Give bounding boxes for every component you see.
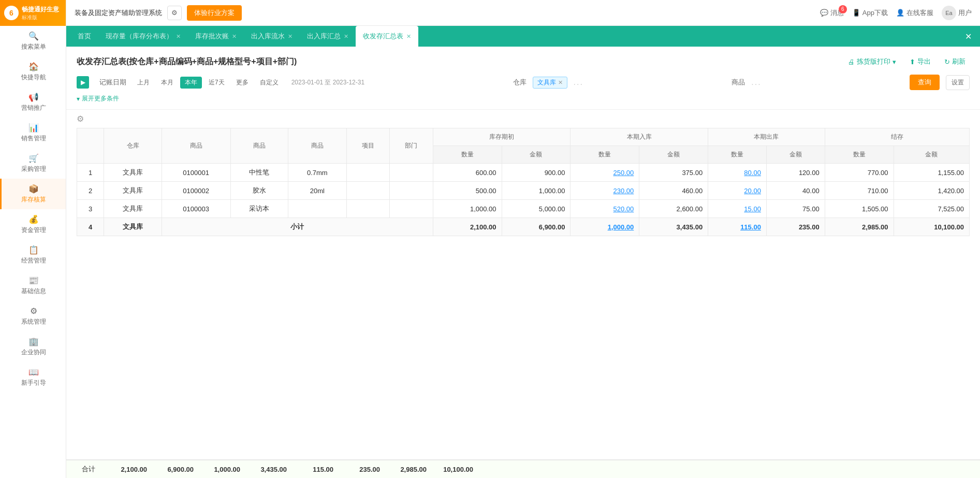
tab-close-icon[interactable]: ✕ <box>344 33 348 40</box>
sales-icon: 📊 <box>28 123 39 133</box>
sidebar-item-quick-nav[interactable]: 🏠 快捷导航 <box>0 56 66 87</box>
goods-more-button[interactable]: ... <box>751 78 761 87</box>
basic-info-icon: 📰 <box>28 276 39 285</box>
system-settings-button[interactable]: ⚙ <box>167 6 182 20</box>
expand-conditions-button[interactable]: ▾ 展开更多条件 <box>77 94 970 103</box>
sidebar-item-sales[interactable]: 📊 销售管理 <box>0 118 66 148</box>
sidebar-item-finance[interactable]: 💰 资金管理 <box>0 209 66 240</box>
enterprise-icon: 🏢 <box>28 337 39 346</box>
cell-open-qty: 1,000.00 <box>433 200 502 218</box>
cell-in-amt: 460.00 <box>639 182 708 200</box>
logo-app-name: 畅捷通好生意 <box>22 5 59 14</box>
tab-close-icon[interactable]: ✕ <box>406 33 411 40</box>
cell-out-qty[interactable]: 15.00 <box>708 200 767 218</box>
message-button[interactable]: 💬 消息 6 <box>820 8 844 18</box>
home-icon: 🏠 <box>28 62 39 71</box>
cell-subtotal-open-amt: 6,900.00 <box>502 218 571 236</box>
date-btn-this-month[interactable]: 本月 <box>156 77 178 89</box>
tab-inventory-dist[interactable]: 现存量（库存分布表） ✕ <box>98 26 188 47</box>
try-solution-button[interactable]: 体验行业方案 <box>187 5 242 21</box>
subtotal-row: 4 文具库 小计 2,100.00 6,900.00 1,000.00 3,43… <box>77 218 970 236</box>
date-btn-more[interactable]: 更多 <box>231 77 253 89</box>
tab-in-out-flow-label: 出入库流水 <box>251 32 285 41</box>
cell-in-qty[interactable]: 230.00 <box>571 182 639 200</box>
sidebar-item-search[interactable]: 🔍 搜索菜单 <box>0 26 66 56</box>
logo-badge: 标准版 <box>22 14 59 21</box>
cell-spec: 0.7mm <box>288 164 346 182</box>
cell-code: 0100003 <box>162 200 230 218</box>
sidebar-item-label: 经营管理 <box>21 256 46 265</box>
logo-area: 6 畅捷通好生意 标准版 <box>0 0 66 26</box>
export-label: 导出 <box>917 57 931 66</box>
cell-open-amt: 900.00 <box>502 164 571 182</box>
warehouse-tag-close[interactable]: ✕ <box>558 79 563 86</box>
app-download-label: App下载 <box>862 8 888 18</box>
sidebar-item-purchase[interactable]: 🛒 采购管理 <box>0 148 66 179</box>
sidebar-item-system[interactable]: ⚙ 系统管理 <box>0 301 66 331</box>
cell-out-qty[interactable]: 80.00 <box>708 164 767 182</box>
sidebar-item-marketing[interactable]: 📢 营销推广 <box>0 87 66 118</box>
warehouse-more-button[interactable]: ... <box>574 78 583 87</box>
th-name: 商品 <box>230 128 288 164</box>
top-bar: 装备及固定资产辅助管理系统 ⚙ 体验行业方案 💬 消息 6 📱 App下载 👤 <box>66 0 980 26</box>
tab-batch-ledger[interactable]: 库存批次账 ✕ <box>188 26 244 47</box>
page-header: 收发存汇总表(按仓库+商品编码+商品+规格型号+项目+部门) 🖨 拣货版打印 ▾… <box>66 47 980 68</box>
print-button[interactable]: 🖨 拣货版打印 ▾ <box>844 55 900 68</box>
online-service-button[interactable]: 👤 在线客服 <box>896 8 933 18</box>
phone-icon: 📱 <box>852 9 860 17</box>
tab-in-out-flow[interactable]: 出入库流水 ✕ <box>244 26 300 47</box>
sidebar-item-label: 资金管理 <box>21 226 46 235</box>
export-button[interactable]: ⬆ 导出 <box>905 55 935 68</box>
tab-recv-send-summary[interactable]: 收发存汇总表 ✕ <box>356 26 418 47</box>
th-open-qty: 数量 <box>433 146 502 164</box>
tab-home[interactable]: 首页 <box>70 26 98 47</box>
footer-out-amt: 235.00 <box>339 466 385 473</box>
purchase-icon: 🛒 <box>28 153 39 163</box>
table-settings-icon[interactable]: ⚙ <box>77 114 84 123</box>
cell-subtotal-open-qty: 2,100.00 <box>433 218 502 236</box>
logo-text-area: 畅捷通好生意 标准版 <box>22 5 59 21</box>
tab-close-icon[interactable]: ✕ <box>232 33 237 40</box>
filter-toggle-button[interactable]: ▶ <box>77 76 89 89</box>
sidebar-item-operations[interactable]: 📋 经营管理 <box>0 240 66 270</box>
tab-close-icon[interactable]: ✕ <box>288 33 292 40</box>
sidebar-item-guide[interactable]: 📖 新手引导 <box>0 362 66 393</box>
sidebar-item-inventory[interactable]: 📦 库存核算 <box>0 179 66 209</box>
warehouse-tag: 文具库 ✕ <box>533 77 567 89</box>
tab-home-label: 首页 <box>78 32 91 41</box>
th-out-amt: 金额 <box>766 146 825 164</box>
user-menu-button[interactable]: Ea 用户 <box>942 6 972 20</box>
sidebar: 6 畅捷通好生意 标准版 🔍 搜索菜单 🏠 快捷导航 📢 营销推广 📊 销售管理… <box>0 0 66 478</box>
setting-button[interactable]: 设置 <box>946 75 970 90</box>
table-area: ⚙ 仓库 商品 商品 商品 项目 部门 库存期初 本期入库 <box>66 110 980 247</box>
cell-in-amt: 2,600.00 <box>639 200 708 218</box>
date-btn-custom[interactable]: 自定义 <box>255 77 283 89</box>
print-label: 拣货版打印 <box>857 57 890 66</box>
sidebar-item-basic-info[interactable]: 📰 基础信息 <box>0 270 66 301</box>
query-button[interactable]: 查询 <box>910 75 940 90</box>
cell-project <box>346 200 390 218</box>
cell-subtotal-out-amt: 235.00 <box>766 218 825 236</box>
tab-bar: 首页 现存量（库存分布表） ✕ 库存批次账 ✕ 出入库流水 ✕ 出入库汇总 ✕ … <box>66 26 980 47</box>
cell-dept <box>390 182 433 200</box>
sidebar-item-label: 采购管理 <box>21 165 46 173</box>
cell-dept <box>390 164 433 182</box>
footer-in-amt: 3,435.00 <box>245 466 292 473</box>
refresh-button[interactable]: ↻ 刷新 <box>940 55 970 68</box>
date-range-display: 2023-01-01 至 2023-12-31 <box>291 78 364 87</box>
cell-spec: 20ml <box>288 182 346 200</box>
tab-close-icon[interactable]: ✕ <box>176 33 181 40</box>
tab-bar-close-button[interactable]: ✕ <box>961 32 976 41</box>
tab-in-out-summary[interactable]: 出入库汇总 ✕ <box>300 26 356 47</box>
cell-in-qty[interactable]: 520.00 <box>571 200 639 218</box>
date-btn-this-year[interactable]: 本年 <box>180 77 202 89</box>
cell-out-qty[interactable]: 20.00 <box>708 182 767 200</box>
date-btn-7days[interactable]: 近7天 <box>204 77 229 89</box>
date-btn-last-month[interactable]: 上月 <box>133 77 154 89</box>
sidebar-item-label: 系统管理 <box>21 317 46 326</box>
footer-label: 合计 <box>82 465 95 474</box>
app-download-button[interactable]: 📱 App下载 <box>852 8 888 18</box>
sidebar-item-enterprise[interactable]: 🏢 企业协同 <box>0 331 66 362</box>
footer-open-amt: 6,900.00 <box>152 466 199 473</box>
cell-in-qty[interactable]: 250.00 <box>571 164 639 182</box>
